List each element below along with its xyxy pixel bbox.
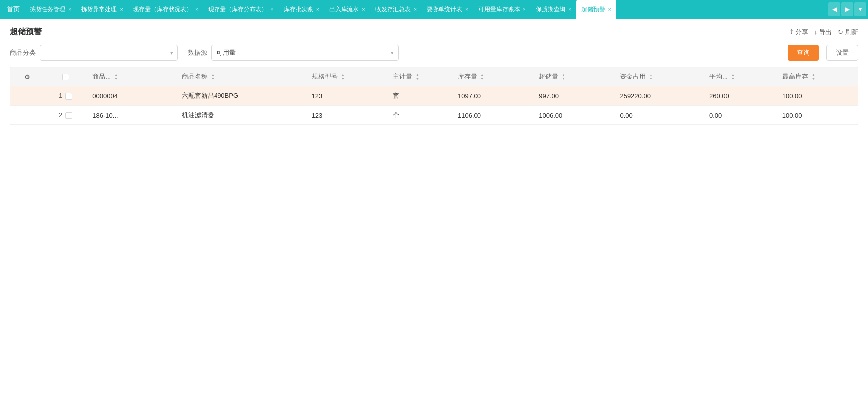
sort-icon-stock: ▲▼ — [480, 73, 484, 81]
cell-overstock: 997.00 — [533, 86, 614, 106]
nav-more-button[interactable]: ▾ — [854, 2, 866, 16]
category-filter: 商品分类 ▾ — [10, 45, 178, 61]
cell-max_stock: 100.00 — [777, 106, 858, 125]
row-number: 2 — [59, 111, 62, 118]
nav-item-home[interactable]: 首页 — [2, 0, 25, 19]
export-button[interactable]: ↓ 导出 — [814, 28, 832, 37]
cell-gear — [10, 106, 44, 125]
query-button[interactable]: 查询 — [788, 45, 819, 61]
sort-icon-avg: ▲▼ — [731, 73, 735, 81]
nav-close-overstock[interactable]: × — [608, 6, 611, 12]
cell-sku_code: 0000004 — [87, 86, 176, 106]
nav-close-stock-status[interactable]: × — [195, 6, 198, 12]
sort-icon-spec: ▲▼ — [341, 73, 345, 81]
share-button[interactable]: ⤴ 分享 — [790, 28, 808, 37]
select-all-checkbox[interactable] — [62, 74, 69, 80]
cell-spec: 123 — [306, 86, 387, 106]
cell-sku_name: 六配套新昌490BPG — [176, 86, 306, 106]
cell-overstock: 1006.00 — [533, 106, 614, 125]
cell-unit: 套 — [387, 86, 452, 106]
nav-item-quality[interactable]: 保质期查询× — [531, 0, 576, 19]
cell-stock: 1106.00 — [452, 106, 533, 125]
cell-max_stock: 100.00 — [777, 86, 858, 106]
col-header-stock[interactable]: 库存量 ▲▼ — [452, 67, 533, 86]
share-icon: ⤴ — [790, 28, 793, 36]
data-table: ⚙商品... ▲▼商品名称 ▲▼规格型号 ▲▼主计量 ▲▼库存量 ▲▼超储量 ▲… — [10, 67, 858, 125]
col-header-fund[interactable]: 资金占用 ▲▼ — [614, 67, 703, 86]
nav-item-stock-dist[interactable]: 现存量（库存分布表）× — [203, 0, 278, 19]
row-number: 1 — [59, 92, 62, 99]
col-header-unit[interactable]: 主计量 ▲▼ — [387, 67, 452, 86]
sort-icon-overstock: ▲▼ — [562, 73, 565, 81]
datasource-filter: 数据源 ▾ — [188, 45, 399, 61]
category-select[interactable] — [40, 45, 178, 61]
sort-icon-sku_code: ▲▼ — [114, 73, 118, 81]
nav-close-order-stat[interactable]: × — [465, 6, 468, 12]
col-header-spec[interactable]: 规格型号 ▲▼ — [306, 67, 387, 86]
nav-item-order-stat[interactable]: 要货单统计表× — [422, 0, 473, 19]
refresh-button[interactable]: ↻ 刷新 — [838, 28, 858, 37]
col-header-sku_code[interactable]: 商品... ▲▼ — [87, 67, 176, 86]
row-checkbox[interactable] — [65, 93, 72, 100]
table-row: 2186-10...机油滤清器123个1106.001006.000.000.0… — [10, 106, 858, 125]
cell-avg: 0.00 — [703, 106, 777, 125]
top-nav: 首页拣货任务管理×拣货异常处理×现存量（库存状况表）×现存量（库存分布表）×库存… — [0, 0, 868, 19]
sort-icon-max_stock: ▲▼ — [811, 73, 815, 81]
datasource-select-wrapper: ▾ — [211, 45, 399, 61]
col-header-checkbox[interactable] — [44, 67, 87, 86]
cell-index-cb[interactable]: 1 — [44, 86, 87, 106]
col-header-avg[interactable]: 平均... ▲▼ — [703, 67, 777, 86]
col-header-overstock[interactable]: 超储量 ▲▼ — [533, 67, 614, 86]
nav-arrows: ◀ ▶ ▾ — [828, 2, 866, 16]
nav-close-batch[interactable]: × — [316, 6, 319, 12]
page-content: 超储预警 ⤴ 分享 ↓ 导出 ↻ 刷新 商品分类 ▾ 数据源 — [0, 19, 868, 133]
row-checkbox[interactable] — [65, 112, 72, 119]
sort-icon-unit: ▲▼ — [415, 73, 419, 81]
nav-item-inout[interactable]: 出入库流水× — [324, 0, 370, 19]
nav-close-abnormal[interactable]: × — [120, 6, 123, 12]
cell-fund: 259220.00 — [614, 86, 703, 106]
cell-sku_name: 机油滤清器 — [176, 106, 306, 125]
cell-gear — [10, 86, 44, 106]
category-select-wrapper: ▾ — [40, 45, 178, 61]
nav-item-stock-status[interactable]: 现存量（库存状况表）× — [128, 0, 203, 19]
cell-avg: 260.00 — [703, 86, 777, 106]
nav-item-batch[interactable]: 库存批次账× — [279, 0, 324, 19]
sort-icon-sku_name: ▲▼ — [211, 73, 215, 81]
table-header: ⚙商品... ▲▼商品名称 ▲▼规格型号 ▲▼主计量 ▲▼库存量 ▲▼超储量 ▲… — [10, 67, 858, 86]
cell-index-cb[interactable]: 2 — [44, 106, 87, 125]
share-label: 分享 — [795, 28, 808, 37]
nav-item-task[interactable]: 拣货任务管理× — [25, 0, 76, 19]
nav-close-inout[interactable]: × — [362, 6, 365, 12]
nav-item-collect[interactable]: 收发存汇总表× — [370, 0, 422, 19]
filter-area: 商品分类 ▾ 数据源 ▾ 查询 设置 — [10, 45, 858, 61]
cell-unit: 个 — [387, 106, 452, 125]
cell-stock: 1097.00 — [452, 86, 533, 106]
nav-item-available[interactable]: 可用量库存账本× — [474, 0, 531, 19]
nav-next-button[interactable]: ▶ — [841, 2, 853, 16]
nav-close-stock-dist[interactable]: × — [270, 6, 273, 12]
datasource-label: 数据源 — [188, 48, 207, 57]
page-title: 超储预警 — [10, 27, 42, 37]
export-icon: ↓ — [814, 28, 818, 36]
page-actions: ⤴ 分享 ↓ 导出 ↻ 刷新 — [790, 28, 859, 37]
nav-close-available[interactable]: × — [523, 6, 526, 12]
category-label: 商品分类 — [10, 48, 36, 57]
col-header-max_stock[interactable]: 最高库存 ▲▼ — [777, 67, 858, 86]
sort-icon-fund: ▲▼ — [649, 73, 653, 81]
col-header-sku_name[interactable]: 商品名称 ▲▼ — [176, 67, 306, 86]
refresh-icon: ↻ — [838, 28, 843, 36]
refresh-label: 刷新 — [845, 28, 858, 37]
nav-item-abnormal[interactable]: 拣货异常处理× — [76, 0, 128, 19]
settings-button[interactable]: 设置 — [826, 45, 858, 61]
nav-item-overstock[interactable]: 超储预警× — [576, 0, 616, 19]
datasource-select[interactable] — [211, 45, 399, 61]
nav-prev-button[interactable]: ◀ — [828, 2, 840, 16]
page-header: 超储预警 ⤴ 分享 ↓ 导出 ↻ 刷新 — [10, 27, 858, 37]
cell-fund: 0.00 — [614, 106, 703, 125]
nav-close-collect[interactable]: × — [414, 6, 417, 12]
table-row: 10000004六配套新昌490BPG123套1097.00997.002592… — [10, 86, 858, 106]
nav-close-quality[interactable]: × — [568, 6, 571, 12]
gear-icon[interactable]: ⚙ — [24, 73, 30, 80]
nav-close-task[interactable]: × — [68, 6, 71, 12]
